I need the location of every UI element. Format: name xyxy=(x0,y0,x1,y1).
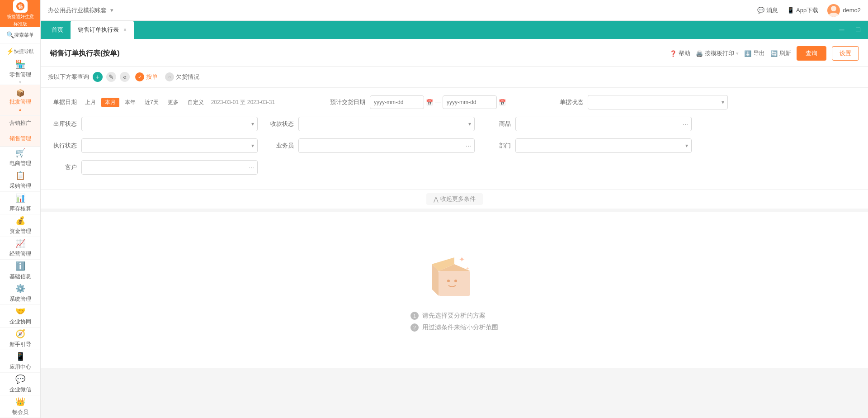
sidebar-item-marketing[interactable]: 营销推广 xyxy=(0,116,41,131)
query-button[interactable]: 查询 xyxy=(797,46,826,61)
scheme-item-欠货情况[interactable]: ○ 欠货情况 xyxy=(165,72,199,81)
system-icon: ⚙️ xyxy=(15,284,25,294)
collapse-label: 收起更多条件 xyxy=(440,195,476,203)
expected-date-separator: — xyxy=(435,99,441,106)
app-title-dropdown-icon[interactable]: ▾ xyxy=(110,7,113,14)
goods-label: 商品 xyxy=(484,120,515,128)
tip-num-2: 2 xyxy=(410,323,419,332)
sidebar-item-operations[interactable]: 📈 经营管理 xyxy=(0,237,41,260)
customer-input[interactable] xyxy=(81,160,258,175)
sidebar-item-wholesale[interactable]: 📦 批发管理 ▴ xyxy=(0,85,41,116)
sidebar-item-basic[interactable]: ℹ️ 基础信息 xyxy=(0,260,41,282)
add-scheme-btn[interactable]: + xyxy=(93,72,103,82)
collapse-btn[interactable]: ⋀ 收起更多条件 xyxy=(426,193,483,205)
app-title: 办公用品行业模拟账套 xyxy=(48,6,107,14)
app-download-label: App下载 xyxy=(796,6,818,14)
sidebar-item-quick[interactable]: ⚡ 快捷导航 xyxy=(0,43,41,60)
tabs-controls: ─ □ xyxy=(835,24,864,36)
salesman-more-btn[interactable]: ··· xyxy=(466,142,471,149)
page-actions: ❓ 帮助 🖨️ 按模板打印 ▾ ⬇️ 导出 🔄 刷新 查询 设置 xyxy=(670,46,859,61)
help-icon: ❓ xyxy=(670,50,677,57)
date-tab-custom[interactable]: 自定义 xyxy=(184,97,208,108)
sidebar-item-ecommerce[interactable]: 🛒 电商管理 xyxy=(0,147,41,169)
filter-out-status-item: 出库状态 ▾ xyxy=(50,117,258,131)
sidebar-item-enterprise[interactable]: 🤝 企业协同 xyxy=(0,305,41,328)
sidebar-item-app-center[interactable]: 📱 应用中心 xyxy=(0,350,41,373)
app-center-icon: 📱 xyxy=(15,352,25,361)
collapse-scheme-btn[interactable]: « xyxy=(120,72,130,82)
tab-close-btn[interactable]: × xyxy=(123,27,127,33)
message-btn[interactable]: 💬 消息 xyxy=(757,6,778,14)
enterprise-wechat-icon: 💬 xyxy=(15,374,25,384)
sidebar-item-member[interactable]: 👑 畅会员 xyxy=(0,395,41,418)
date-tab-more[interactable]: 更多 xyxy=(164,97,182,108)
sidebar: 畅 畅捷通好生意 标准版 🔍 搜索菜单 ⚡ 快捷导航 🏪 零售管理 ▾ 📦 批发… xyxy=(0,0,41,418)
customer-more-btn[interactable]: ··· xyxy=(249,164,254,171)
expected-date-label: 预计交货日期 xyxy=(330,98,370,106)
filter-salesman-item: 业务员 ··· xyxy=(267,138,475,153)
expected-date-to-input[interactable] xyxy=(443,95,497,109)
settings-button[interactable]: 设置 xyxy=(832,46,859,61)
out-status-select[interactable] xyxy=(81,117,258,131)
sidebar-item-retail[interactable]: 🏪 零售管理 ▾ xyxy=(0,59,41,85)
user-menu-btn[interactable]: demo2 xyxy=(827,4,861,17)
date-control: 上月 本月 本年 近7天 更多 自定义 2023-03-01 至 2023-03… xyxy=(81,97,321,108)
svg-rect-4 xyxy=(439,271,470,296)
payment-status-select[interactable] xyxy=(298,117,475,131)
expected-date-from-input[interactable] xyxy=(370,95,424,109)
dept-select[interactable] xyxy=(515,138,692,153)
salesman-control: ··· xyxy=(298,138,475,153)
collapse-bar: ⋀ 收起更多条件 xyxy=(41,189,868,209)
exec-status-select[interactable] xyxy=(81,138,258,153)
tab-home[interactable]: 首页 xyxy=(44,21,71,39)
filter-customer-item: 客户 ··· xyxy=(50,160,258,175)
empty-tips: 1 请先选择要分析的方案 2 用过滤条件来缩小分析范围 xyxy=(410,312,498,332)
goods-input[interactable] xyxy=(515,117,692,131)
export-btn[interactable]: ⬇️ 导出 xyxy=(744,49,765,57)
wholesale-label: 批发管理 xyxy=(9,98,31,106)
search-label: 搜索菜单 xyxy=(14,32,34,38)
sidebar-item-enterprise-wechat[interactable]: 💬 企业微信 xyxy=(0,373,41,395)
salesman-input[interactable] xyxy=(298,138,475,153)
scheme-item-按单[interactable]: ✓ 按单 xyxy=(135,72,158,81)
goods-more-btn[interactable]: ··· xyxy=(683,120,688,128)
svg-text:✦: ✦ xyxy=(466,266,469,271)
tab-maximize-btn[interactable]: □ xyxy=(852,24,864,36)
payment-status-label: 收款状态 xyxy=(267,120,298,128)
app-download-btn[interactable]: 📱 App下载 xyxy=(787,6,818,14)
sidebar-item-finance[interactable]: 💰 资金管理 xyxy=(0,214,41,237)
svg-point-7 xyxy=(447,280,450,282)
filter-date-item: 单据日期 上月 本月 本年 近7天 更多 自定义 2023-03-01 至 20… xyxy=(50,97,321,108)
template-print-btn[interactable]: 🖨️ 按模板打印 ▾ xyxy=(696,49,739,57)
tab-sales-order[interactable]: 销售订单执行表 × xyxy=(71,21,134,39)
retail-label: 零售管理 xyxy=(9,71,31,79)
quick-icon: ⚡ xyxy=(6,48,14,55)
sidebar-item-search[interactable]: 🔍 搜索菜单 xyxy=(0,27,41,43)
order-status-select[interactable] xyxy=(588,95,728,109)
purchase-label: 采购管理 xyxy=(9,182,31,190)
date-tab-this-month[interactable]: 本月 xyxy=(101,98,119,107)
svg-point-2 xyxy=(831,6,836,11)
refresh-label: 刷新 xyxy=(779,49,791,57)
sidebar-item-sales-mgmt[interactable]: 销售管理 xyxy=(0,131,41,147)
member-icon: 👑 xyxy=(15,397,25,407)
sidebar-item-newbie[interactable]: 🧭 新手引导 xyxy=(0,328,41,350)
sidebar-item-inventory[interactable]: 📊 库存核算 xyxy=(0,192,41,214)
topbar-right: 💬 消息 📱 App下载 demo2 xyxy=(757,4,861,17)
out-status-label: 出库状态 xyxy=(50,120,81,128)
refresh-btn[interactable]: 🔄 刷新 xyxy=(770,49,791,57)
operations-label: 经营管理 xyxy=(9,250,31,258)
sidebar-item-purchase[interactable]: 📋 采购管理 xyxy=(0,169,41,192)
enterprise-wechat-label: 企业微信 xyxy=(9,386,31,394)
tab-minimize-btn[interactable]: ─ xyxy=(835,24,848,36)
filter-dept-item: 部门 ▾ xyxy=(484,138,692,153)
help-btn[interactable]: ❓ 帮助 xyxy=(670,49,690,57)
marketing-label: 营销推广 xyxy=(9,119,31,127)
date-tab-this-year[interactable]: 本年 xyxy=(121,97,139,108)
sidebar-item-system[interactable]: ⚙️ 系统管理 xyxy=(0,282,41,305)
edit-scheme-btn[interactable]: ✎ xyxy=(106,72,116,82)
date-tab-last-month[interactable]: 上月 xyxy=(81,97,99,108)
filter-body: 单据日期 上月 本月 本年 近7天 更多 自定义 2023-03-01 至 20… xyxy=(41,88,868,189)
date-tab-7days[interactable]: 近7天 xyxy=(141,97,162,108)
filter-header: 按以下方案查询 + ✎ « ✓ 按单 ○ 欠货情况 xyxy=(41,66,868,88)
